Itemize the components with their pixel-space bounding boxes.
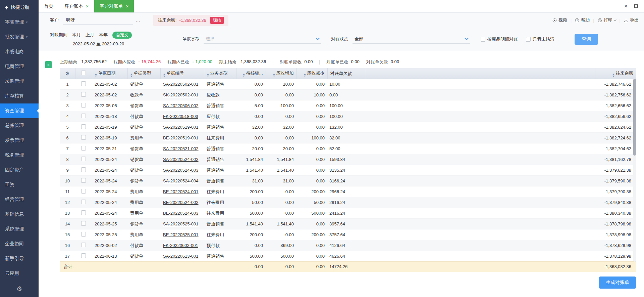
doc-number-link[interactable]: SA-20220524-004 [163, 178, 199, 183]
row-checkbox[interactable] [81, 243, 86, 247]
sidebar-item-ecommerce[interactable]: 电商管理 [0, 59, 39, 74]
biz-type-cell: 普通销售 [204, 100, 236, 111]
column-header[interactable]: 往来余额 [595, 68, 636, 79]
customer-picker-button[interactable]: ... [136, 18, 141, 23]
doc-number-link[interactable]: SA-20220519-001 [163, 125, 199, 130]
doc-number-link[interactable]: SA-20220502-001 [163, 82, 199, 87]
close-icon[interactable]: × [126, 4, 128, 9]
column-header[interactable]: 待核销... [236, 68, 266, 79]
row-checkbox[interactable] [81, 146, 86, 151]
checkbox-icon[interactable] [526, 37, 531, 42]
column-settings-header[interactable]: ⚙ [60, 68, 75, 79]
row-checkbox[interactable] [81, 221, 86, 226]
tab-home[interactable]: 首页 [39, 0, 59, 12]
sidebar-item-xiaochang-ec[interactable]: 小畅电商 [0, 44, 39, 59]
row-checkbox[interactable] [81, 92, 86, 97]
column-header[interactable]: 单据编号 [160, 68, 204, 79]
column-header[interactable]: 单据类型 [127, 68, 160, 79]
help-link[interactable]: ? 帮助 [575, 17, 590, 23]
period-last-month-button[interactable]: 上月 [86, 32, 94, 38]
pending-amount-cell: 20.00 [236, 143, 266, 154]
sidebar-item-retail[interactable]: 零售管理▼ [0, 15, 39, 30]
video-link[interactable]: 视频 [552, 17, 567, 23]
status-select[interactable]: 全部 [353, 35, 470, 44]
doc-number-link[interactable]: BE-20220519-001 [163, 135, 199, 140]
doc-number-link[interactable]: SA-20220524-003 [163, 168, 199, 173]
sidebar-item-funds[interactable]: 资金管理 [0, 103, 39, 118]
row-checkbox[interactable] [81, 189, 86, 194]
search-button[interactable]: 查询 [575, 34, 598, 45]
period-this-year-button[interactable]: 本年 [99, 32, 108, 38]
row-index: 4 [60, 111, 75, 122]
row-checkbox[interactable] [81, 253, 86, 258]
statement-owed-cell: 10.00 [327, 79, 365, 90]
sidebar-item-operation[interactable]: 经营管理 [0, 192, 39, 207]
tab-customer-statement[interactable]: 客户对账单× [94, 0, 134, 12]
biz-type-cell: 普通销售 [204, 154, 236, 165]
doc-number-link[interactable]: FK-20220518-003 [163, 114, 198, 119]
sidebar-item-purchase[interactable]: 采购管理 [0, 74, 39, 89]
sidebar-item-inventory-accounting[interactable]: 库存核算 [0, 89, 39, 103]
table-row: 22022-05-02收款单SK-20220502-001应收款0.000.00… [60, 90, 636, 100]
period-range-value[interactable]: 2022-05-02 至 2022-09-20 [73, 41, 132, 47]
sidebar-item-general-ledger[interactable]: 总账管理 [0, 118, 39, 133]
print-button[interactable]: 打印 [598, 17, 616, 23]
sidebar-item-tax[interactable]: 税务管理 [0, 148, 39, 163]
unsettled-checkbox[interactable]: 只看未结清 [526, 36, 554, 42]
sidebar-item-quick-nav[interactable]: 快捷导航 [0, 0, 39, 15]
doc-number-link[interactable]: BE-20220524-002 [163, 200, 199, 205]
column-header[interactable]: 应收减少 [297, 68, 327, 79]
checkbox-icon[interactable] [481, 37, 485, 42]
sidebar-item-fixed-assets[interactable]: 固定资产 [0, 163, 39, 177]
doc-number-link[interactable]: BE-20220524-001 [163, 189, 199, 194]
generate-statement-button[interactable]: 生成对账单 [599, 277, 636, 289]
doc-number-link[interactable]: BE-20220524-003 [163, 211, 199, 216]
row-checkbox[interactable] [81, 135, 86, 140]
row-checkbox[interactable] [81, 124, 86, 129]
doc-number-link[interactable]: SA-20220521-002 [163, 146, 199, 151]
fullscreen-icon[interactable] [634, 4, 638, 8]
row-checkbox[interactable] [81, 103, 86, 108]
doc-type-select[interactable]: 选择... [204, 35, 321, 44]
period-this-month-button[interactable]: 本月 [72, 32, 81, 38]
tab-customer-ledger[interactable]: 客户账本× [59, 0, 94, 12]
by-item-checkbox[interactable]: 按商品明细对账 [481, 36, 518, 42]
doc-number-link[interactable]: FK-20220602-001 [163, 243, 198, 248]
doc-number-link[interactable]: SA-20220613-001 [163, 254, 199, 259]
doc-number-link[interactable]: SK-20220502-001 [163, 92, 199, 97]
sidebar-item-payroll[interactable]: 工资 [0, 177, 39, 192]
export-button[interactable]: 导出 [624, 17, 639, 23]
column-header[interactable]: 业务类型 [204, 68, 236, 79]
row-checkbox[interactable] [81, 200, 86, 204]
column-header[interactable]: 单据日期 [92, 68, 127, 79]
period-custom-button[interactable]: 自定义 [112, 32, 132, 39]
row-checkbox[interactable] [81, 210, 86, 215]
collapse-panel-button[interactable]: » [45, 61, 52, 68]
select-all-checkbox[interactable] [81, 71, 86, 75]
filler-cell [365, 122, 595, 133]
close-icon[interactable]: × [86, 4, 89, 9]
close-window-icon[interactable]: × [624, 3, 628, 9]
sidebar-item-system[interactable]: 系统管理 [0, 222, 39, 237]
row-checkbox[interactable] [81, 167, 86, 172]
sidebar-item-wholesale[interactable]: 批发管理▼ [0, 30, 39, 44]
row-checkbox[interactable] [81, 114, 86, 118]
scrollbar-thumb[interactable] [633, 79, 636, 156]
column-header[interactable]: 应收增加 [266, 68, 297, 79]
sidebar-item-cloud-apps[interactable]: 云应用 [0, 266, 39, 281]
row-checkbox[interactable] [81, 178, 86, 183]
customer-input[interactable]: 呀呀 [63, 16, 133, 25]
doc-number-link[interactable]: SA-20220506-002 [163, 103, 199, 108]
sidebar-item-beginner-guide[interactable]: 新手引导 [0, 251, 39, 266]
doc-number-link[interactable]: BE-20220525-001 [163, 232, 199, 237]
settings-gear-icon[interactable]: ⚙ [0, 281, 39, 297]
sidebar-item-invoice[interactable]: 发票管理 [0, 133, 39, 148]
row-checkbox[interactable] [81, 232, 86, 237]
row-checkbox[interactable] [81, 81, 86, 86]
sidebar-item-base-info[interactable]: 基础信息 [0, 207, 39, 222]
doc-number-link[interactable]: SA-20220525-001 [163, 221, 199, 226]
sidebar-item-collaboration[interactable]: 企业协同 [0, 237, 39, 251]
row-checkbox[interactable] [81, 157, 86, 161]
doc-number-link[interactable]: SA-20220524-002 [163, 157, 199, 162]
table-scrollbar[interactable] [633, 79, 636, 262]
